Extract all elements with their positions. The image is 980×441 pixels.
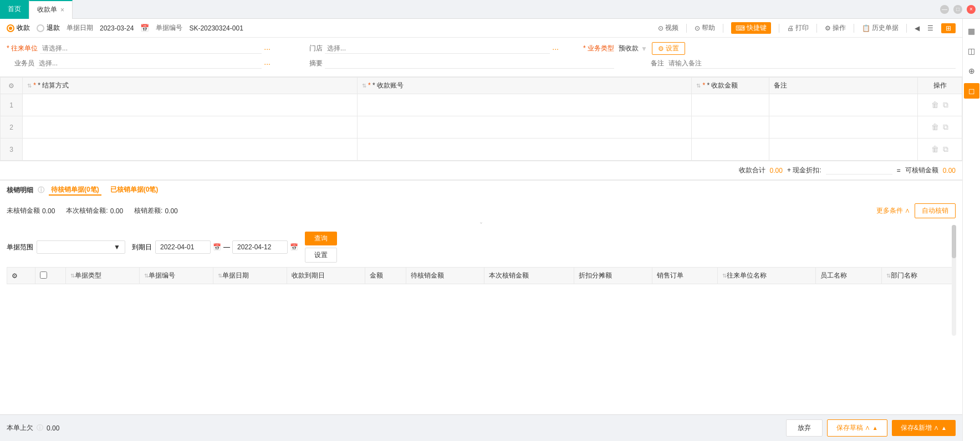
auto-writeoff-button[interactable]: 自动核销 xyxy=(915,203,956,218)
writeoff-section: 核销明细 ⓘ 待核销单据(0笔) 已核销单据(0笔) 未核销金额 0.00 本次… xyxy=(0,181,962,414)
settings-button[interactable]: ⚙ 设置 xyxy=(652,42,685,55)
date-value[interactable]: 2023-03-24 xyxy=(100,24,134,32)
gear-icon: ⚙ xyxy=(658,45,664,53)
th-settings[interactable]: ⚙ xyxy=(1,78,23,94)
copy-icon-3[interactable]: ⧉ xyxy=(943,145,948,153)
video-btn[interactable]: ⊙ 视频 xyxy=(658,23,678,33)
delete-icon-2[interactable]: 🗑 xyxy=(931,122,939,131)
copy-icon-2[interactable]: ⧉ xyxy=(943,122,948,131)
tab-receipt[interactable]: 收款单 × xyxy=(29,0,73,19)
sidebar-icon-2[interactable]: ◫ xyxy=(964,43,979,59)
shop-input[interactable] xyxy=(325,43,550,54)
row-settlement-3[interactable] xyxy=(23,139,358,161)
radio-return[interactable]: 退款 xyxy=(37,23,60,33)
maximize-button[interactable]: □ xyxy=(953,5,962,14)
sidebar-icon-3[interactable]: ⊕ xyxy=(964,63,979,79)
query-button[interactable]: 查询 xyxy=(305,232,337,245)
sidebar-icon-1[interactable]: ▦ xyxy=(964,23,979,39)
shop-field: 门店 ··· xyxy=(295,43,561,54)
row-amount-1[interactable] xyxy=(692,94,769,116)
row-remark-1[interactable] xyxy=(769,94,918,116)
save-new-button[interactable]: 保存&新增 ∧ ▲ xyxy=(892,420,956,436)
summary-input[interactable] xyxy=(325,58,614,69)
date-to-input[interactable] xyxy=(232,240,288,254)
date-label: 到期日 xyxy=(132,243,152,252)
set-button[interactable]: 设置 xyxy=(305,248,337,263)
layout-btn[interactable]: ◀ xyxy=(915,24,920,32)
help-btn[interactable]: ⊙ 帮助 xyxy=(695,23,715,33)
list-view-btn[interactable]: ☰ xyxy=(927,24,933,32)
current-value: 0.00 xyxy=(110,207,123,215)
row-account-1[interactable] xyxy=(357,94,692,116)
save-new-label: 保存&新增 ∧ xyxy=(901,423,939,433)
row-amount-3[interactable] xyxy=(692,139,769,161)
staff-input[interactable] xyxy=(37,58,262,69)
radio-receipt-dot xyxy=(7,24,14,32)
date-label: 单据日期 xyxy=(67,23,93,33)
staff-field: 业务员 ··· xyxy=(7,58,273,69)
filter-collapse-arrow[interactable]: ˅ xyxy=(7,222,956,229)
partner-more-btn[interactable]: ··· xyxy=(262,44,273,53)
scrollbar-thumb[interactable] xyxy=(952,225,956,258)
wth-checkbox[interactable] xyxy=(35,268,66,284)
row-remark-2[interactable] xyxy=(769,116,918,139)
row-settlement-1[interactable] xyxy=(23,94,358,116)
save-draft-button[interactable]: 保存草稿 ∧ ▲ xyxy=(827,419,887,437)
more-conditions-btn[interactable]: 更多条件 ∧ xyxy=(876,206,910,216)
biz-type-arrow[interactable]: ▼ xyxy=(641,45,647,53)
diff-label: 核销差额: xyxy=(134,206,162,216)
grid-view-btn[interactable]: ⊞ xyxy=(941,23,956,33)
delete-icon-3[interactable]: 🗑 xyxy=(931,145,939,153)
remark-input[interactable] xyxy=(666,58,956,69)
row-amount-2[interactable] xyxy=(692,116,769,139)
calendar-to-icon[interactable]: 📅 xyxy=(290,243,298,251)
pending-tab[interactable]: 待核销单据(0笔) xyxy=(49,185,101,196)
minimize-button[interactable]: — xyxy=(940,5,949,14)
discard-button[interactable]: 放弃 xyxy=(786,419,823,437)
unwriteoff-value: 0.00 xyxy=(42,207,55,215)
print-btn[interactable]: 🖨 打印 xyxy=(787,23,809,33)
wth-current: 本次核销金额 xyxy=(484,268,574,284)
history-icon: 📋 xyxy=(862,24,870,32)
row-account-2[interactable] xyxy=(357,116,692,139)
close-button[interactable]: × xyxy=(967,5,976,14)
calendar-from-icon[interactable]: 📅 xyxy=(213,243,221,251)
tab-receipt-close[interactable]: × xyxy=(60,6,64,14)
form-row-1: * 往来单位 ··· 门店 ··· * 业务类型 预收款 ▼ ⚙ 设置 xyxy=(7,42,956,55)
select-all-checkbox[interactable] xyxy=(40,271,47,279)
wth-discount: 折扣分摊额 xyxy=(574,268,652,284)
range-select[interactable]: ▼ xyxy=(37,240,125,254)
date-range: 📅 — 📅 xyxy=(155,240,298,254)
staff-more-btn[interactable]: ··· xyxy=(262,59,273,68)
sidebar-icon-4[interactable]: ◻ xyxy=(964,83,979,99)
discount-input[interactable] xyxy=(826,166,892,175)
info-icon[interactable]: ⓘ xyxy=(38,186,44,195)
done-tab[interactable]: 已核销单据(0笔) xyxy=(108,185,161,196)
row-account-3[interactable] xyxy=(357,139,692,161)
range-field: 单据范围 ▼ xyxy=(7,240,125,254)
toolbar-row: 收款 退款 单据日期 2023-03-24 📅 单据编号 SK-20230324… xyxy=(0,19,962,38)
filter-buttons: 查询 设置 xyxy=(305,232,337,263)
delete-icon-1[interactable]: 🗑 xyxy=(931,100,939,109)
shortcut-icon: ⌨ xyxy=(736,24,745,32)
operations-btn[interactable]: ⚙ 操作 xyxy=(825,23,846,33)
number-value[interactable]: SK-20230324-001 xyxy=(189,24,243,32)
table-row: 2 🗑 ⧉ xyxy=(1,116,962,139)
partner-input[interactable] xyxy=(40,43,262,54)
remark-label: 备注 xyxy=(636,59,664,68)
history-btn[interactable]: 📋 历史单据 xyxy=(862,23,899,33)
remark-field: 备注 xyxy=(636,58,956,69)
row-settlement-2[interactable] xyxy=(23,116,358,139)
wth-settings[interactable]: ⚙ xyxy=(7,268,35,284)
info-icon-footer[interactable]: ⓘ xyxy=(37,423,43,433)
copy-icon-1[interactable]: ⧉ xyxy=(943,100,948,109)
radio-receipt[interactable]: 收款 xyxy=(7,23,30,33)
date-from-input[interactable] xyxy=(155,240,211,254)
tab-home[interactable]: 首页 xyxy=(0,0,29,19)
operations-label: 操作 xyxy=(833,23,846,33)
shop-more-btn[interactable]: ··· xyxy=(550,44,561,53)
row-remark-3[interactable] xyxy=(769,139,918,161)
history-label: 历史单据 xyxy=(872,23,899,33)
shortcut-btn[interactable]: ⌨ 快捷键 xyxy=(731,22,771,34)
calendar-icon[interactable]: 📅 xyxy=(140,24,149,32)
